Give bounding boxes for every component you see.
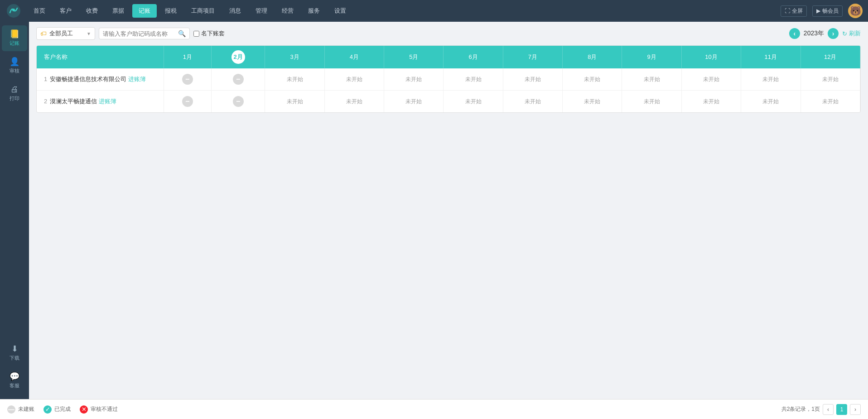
main-content: 🏷 全部员工 ▼ 🔍 名下账套 ‹ 2023年 › ↻ 刷新 [29,22,868,399]
play-icon: ▶ [816,8,820,14]
employee-select[interactable]: 🏷 全部员工 ▼ [36,27,95,40]
nav-message[interactable]: 消息 [223,4,247,18]
status-not-started: 未开始 [465,76,482,82]
status-not-started: 未开始 [405,98,422,105]
sidebar-print-label: 打印 [10,95,19,102]
legend-completed: ✓ 已完成 [43,405,71,414]
prev-year-button[interactable]: ‹ [789,28,800,39]
client-cell-1: 2漠澜太平畅捷通信 进账簿 [37,91,164,113]
status-dash-icon: − [182,74,193,85]
search-input[interactable] [103,30,175,37]
month-cell-0-10: 未开始 [741,68,800,91]
fullscreen-icon: ⛶ [785,8,790,14]
refresh-label: 刷新 [849,29,861,38]
client-name: 漠澜太平畅捷通信 [50,98,97,105]
col-month-10: 10月 [681,46,741,68]
top-nav: 首页 客户 收费 票据 记账 报税 工商项目 消息 管理 经营 服务 设置 ⛶ … [0,0,868,22]
status-not-started: 未开始 [822,98,839,105]
avatar[interactable]: 🐻 [848,4,863,18]
year-label: 2023年 [804,29,824,38]
client-cell-0: 1安徽畅捷通信息技术有限公司 进账簿 [37,68,164,91]
month-cell-0-11: 未开始 [800,68,860,91]
fullscreen-button[interactable]: ⛶ 全屏 [781,5,807,17]
failed-icon: ✕ [82,406,87,413]
status-not-started: 未开始 [346,98,362,105]
right-tools: ⛶ 全屏 ▶ 畅会员 🐻 [781,4,863,18]
sidebar-bookkeeping-label: 记账 [10,40,19,47]
logo [5,3,22,19]
status-dash-icon: − [182,96,193,107]
col-month-3: 3月 [265,46,324,68]
svg-point-1 [12,9,15,11]
enter-ledger-link[interactable]: 进账簿 [99,98,116,105]
status-not-started: 未开始 [703,98,719,105]
status-not-started: 未开始 [525,76,541,82]
nav-tax[interactable]: 报税 [159,4,183,18]
nav-operation[interactable]: 经营 [275,4,300,18]
search-box: 🔍 [99,28,190,39]
sidebar-item-download[interactable]: ⬇ 下载 [2,340,27,366]
page-1-button[interactable]: 1 [836,404,847,415]
fullscreen-label: 全屏 [792,7,803,15]
failed-label: 审核不通过 [91,405,118,413]
next-page-button[interactable]: › [850,404,861,415]
sidebar-item-audit[interactable]: 👤 审核 [2,53,27,79]
nav-bookkeeping[interactable]: 记账 [132,4,157,18]
col-month-9: 9月 [622,46,681,68]
sidebar-bottom: ⬇ 下载 💬 客服 [2,340,27,399]
nav-biz[interactable]: 工商项目 [185,4,221,18]
sidebar-item-bookkeeping[interactable]: 📒 记账 [2,25,27,51]
search-icon[interactable]: 🔍 [178,30,186,37]
month-cell-0-1: − [212,68,265,91]
month-cell-0-3: 未开始 [324,68,384,91]
legend-failed: ✕ 审核不通过 [80,405,118,414]
footer: — 未建账 ✓ 已完成 ✕ 审核不通过 共2条记录，1页 ‹ 1 › [0,399,868,419]
sidebar-item-support[interactable]: 💬 客服 [2,368,27,394]
month-cell-1-1: − [212,91,265,113]
status-not-started: 未开始 [822,76,839,82]
next-year-button[interactable]: › [828,28,839,39]
enter-ledger-link[interactable]: 进账簿 [128,76,146,82]
employee-label: 全部员工 [49,29,73,38]
nav-service[interactable]: 服务 [302,4,326,18]
col-month-8: 8月 [563,46,622,68]
print-icon: 🖨 [10,85,19,93]
status-not-started: 未开始 [346,76,362,82]
nav-home[interactable]: 首页 [27,4,52,18]
sidebar-download-label: 下载 [10,355,19,361]
month-cell-1-2: 未开始 [265,91,324,113]
month-cell-0-2: 未开始 [265,68,324,91]
legend-not-built: — 未建账 [7,405,34,414]
month-cell-0-8: 未开始 [622,68,681,91]
nav-billing[interactable]: 收费 [80,4,104,18]
prev-page-button[interactable]: ‹ [823,404,834,415]
status-not-started: 未开始 [584,76,600,82]
col-month-6: 6月 [444,46,503,68]
table-row: 2漠澜太平畅捷通信 进账簿−−未开始未开始未开始未开始未开始未开始未开始未开始未… [37,91,860,113]
nav-invoice[interactable]: 票据 [106,4,130,18]
month-cell-1-4: 未开始 [384,91,444,113]
month-cell-1-6: 未开始 [503,91,562,113]
ledger-table: 客户名称 1月 2月 3月 4月 5月 6月 7月 8月 9月 10月 11月 [37,46,860,112]
col-month-1: 1月 [164,46,212,68]
status-not-started: 未开始 [525,98,541,105]
status-not-started: 未开始 [287,76,303,82]
status-not-started: 未开始 [703,76,719,82]
table-row: 1安徽畅捷通信息技术有限公司 进账簿−−未开始未开始未开始未开始未开始未开始未开… [37,68,860,91]
refresh-button[interactable]: ↻ 刷新 [842,29,861,38]
my-ledger-checkbox-label[interactable]: 名下账套 [193,29,225,38]
month-cell-0-5: 未开始 [444,68,503,91]
nav-settings[interactable]: 设置 [328,4,352,18]
month-cell-1-11: 未开始 [800,91,860,113]
total-label: 共2条记录，1页 [781,405,820,413]
refresh-icon: ↻ [842,30,847,37]
nav-manage[interactable]: 管理 [249,4,274,18]
not-built-dot: — [7,405,15,414]
audit-icon: 👤 [10,58,19,66]
sidebar-item-print[interactable]: 🖨 打印 [2,81,27,106]
client-name: 安徽畅捷通信息技术有限公司 [50,76,126,82]
col-month-11: 11月 [741,46,800,68]
nav-customer[interactable]: 客户 [53,4,78,18]
my-ledger-checkbox[interactable] [193,31,199,37]
vip-button[interactable]: ▶ 畅会员 [812,5,843,17]
